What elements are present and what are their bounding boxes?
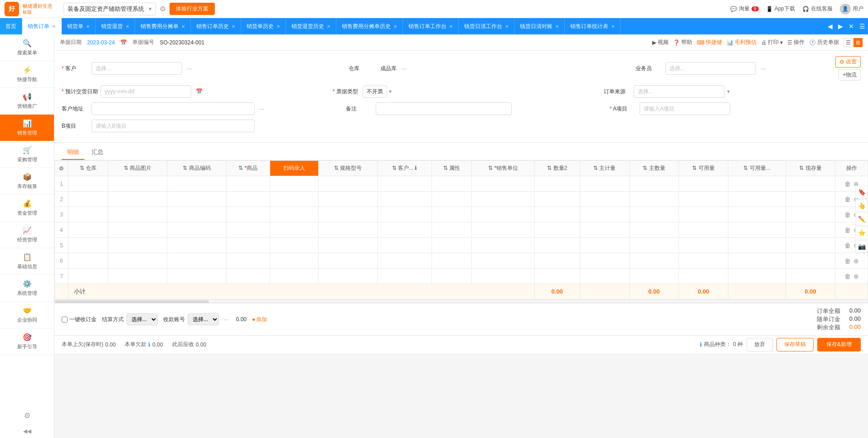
cell-sales-unit[interactable] xyxy=(472,207,534,222)
cell-spec[interactable] xyxy=(318,207,377,222)
tab-close-icon[interactable]: ✕ xyxy=(611,24,615,29)
float-fingerprint-btn[interactable]: 👆 xyxy=(855,199,868,212)
discard-btn[interactable]: 放弃 xyxy=(747,338,773,351)
date-value[interactable]: 2023-03-24 xyxy=(87,39,115,46)
tab-sales-cost-split[interactable]: 销售费用分摊单 ✕ xyxy=(135,18,191,34)
sidebar-settings-btn[interactable]: ⚙ xyxy=(0,407,54,424)
cell-main-unit[interactable] xyxy=(580,238,629,253)
tab-sales-order-workbench[interactable]: 销售订单工作台 ✕ xyxy=(403,18,459,34)
cell-main-qty[interactable] xyxy=(629,253,679,269)
delete-icon[interactable]: 🗑 xyxy=(844,226,851,234)
sidebar-item-enterprise[interactable]: 🤝 企业协同 xyxy=(0,302,54,328)
cell-product-img[interactable] xyxy=(108,192,167,207)
cell-available-qty2[interactable] xyxy=(728,192,786,207)
cell-main-unit[interactable] xyxy=(580,269,629,284)
tab-next-arrow[interactable]: ▶ xyxy=(835,23,846,30)
tab-sales-return[interactable]: 销货退货 ✕ xyxy=(96,18,135,34)
tab-sales-goods-history[interactable]: 销货单历史 ✕ xyxy=(241,18,286,34)
cell-product[interactable] xyxy=(226,207,270,222)
cell-current-qty[interactable] xyxy=(786,238,835,253)
cell-product-img[interactable] xyxy=(108,269,167,284)
cell-main-unit[interactable] xyxy=(580,222,629,238)
print-btn[interactable]: 🖨 打印 ▾ xyxy=(761,39,783,46)
tab-close-icon[interactable]: ✕ xyxy=(505,24,509,29)
tab-close-icon[interactable]: ✕ xyxy=(449,24,453,29)
tab-close-icon[interactable]: ✕ xyxy=(327,24,330,29)
float-star-btn[interactable]: ⭐ xyxy=(855,226,868,239)
cell-scan[interactable] xyxy=(270,222,318,238)
cell-spec[interactable] xyxy=(318,253,377,269)
message-item[interactable]: 💬 淘量 9 xyxy=(730,5,759,13)
shortcut-btn[interactable]: ⌨ 快捷键 xyxy=(697,39,722,46)
cell-available-qty[interactable] xyxy=(679,192,728,207)
cell-sales-unit[interactable] xyxy=(472,238,534,253)
sidebar-item-inventory[interactable]: 📦 库存核算 xyxy=(0,168,54,195)
cell-customer-code[interactable] xyxy=(377,176,432,192)
warehouse-more-btn[interactable]: ··· xyxy=(399,65,408,72)
tab-home[interactable]: 首页 xyxy=(0,18,22,34)
cell-scan[interactable] xyxy=(270,192,318,207)
cell-current-qty[interactable] xyxy=(786,222,835,238)
col-settings-icon[interactable]: ⚙ xyxy=(59,165,64,172)
cell-customer-code[interactable] xyxy=(377,253,432,269)
history-btn[interactable]: 🕐 历史单据 xyxy=(809,39,839,46)
save-new-btn[interactable]: 保存&新增 xyxy=(817,338,861,351)
customer-input[interactable] xyxy=(92,62,182,75)
tab-close-icon[interactable]: ✕ xyxy=(232,24,235,29)
tab-sales-return-history[interactable]: 销货退货历史 ✕ xyxy=(286,18,336,34)
delivery-date-input[interactable] xyxy=(101,85,191,98)
cell-spec[interactable] xyxy=(318,176,377,192)
col-settings[interactable]: ⚙ xyxy=(55,161,68,176)
cell-available-qty[interactable] xyxy=(679,269,728,284)
cell-product-code[interactable] xyxy=(167,238,226,253)
cell-available-qty2[interactable] xyxy=(728,238,786,253)
system-name-selector[interactable]: 装备及固定资产辅助管理系统 ▾ xyxy=(63,3,156,15)
calendar-icon[interactable]: 📅 xyxy=(120,39,127,46)
cell-available-qty[interactable] xyxy=(679,207,728,222)
cell-product-img[interactable] xyxy=(108,207,167,222)
cell-main-qty[interactable] xyxy=(629,222,679,238)
tab-close-icon[interactable]: ✕ xyxy=(393,24,397,29)
delete-icon[interactable]: 🗑 xyxy=(844,257,851,265)
user-item[interactable]: 👤 用户 xyxy=(840,4,863,14)
cell-customer-code[interactable] xyxy=(377,207,432,222)
float-bookmark-btn[interactable]: 🔖 xyxy=(855,186,868,198)
delete-icon[interactable]: 🗑 xyxy=(844,196,851,203)
a-project-input[interactable] xyxy=(640,102,730,115)
help-btn[interactable]: ❓ 帮助 xyxy=(673,39,692,46)
tab-detail[interactable]: 明细 xyxy=(62,145,84,160)
float-edit-btn[interactable]: ✏️ xyxy=(855,213,868,226)
cell-spec[interactable] xyxy=(318,192,377,207)
cell-available-qty2[interactable] xyxy=(728,253,786,269)
cell-attributes[interactable] xyxy=(432,253,472,269)
industry-btn[interactable]: 体验行业方案 xyxy=(170,3,215,15)
online-service-item[interactable]: 🎧 在线客服 xyxy=(802,5,833,13)
cell-qty2[interactable] xyxy=(534,207,580,222)
cell-available-qty[interactable] xyxy=(679,238,728,253)
cell-customer-code[interactable] xyxy=(377,192,432,207)
delete-icon[interactable]: 🗑 xyxy=(844,273,851,280)
float-camera-btn[interactable]: 📷 xyxy=(855,240,868,253)
cell-scan[interactable] xyxy=(270,253,318,269)
salesperson-more-btn[interactable]: ··· xyxy=(759,65,768,72)
cell-product-code[interactable] xyxy=(167,176,226,192)
delete-icon[interactable]: 🗑 xyxy=(844,211,851,218)
cell-available-qty2[interactable] xyxy=(728,269,786,284)
tab-menu-icon[interactable]: ☰ xyxy=(857,23,868,30)
settings-btn[interactable]: ⚙ 设置 xyxy=(835,56,861,67)
customer-addr-input[interactable] xyxy=(92,102,255,115)
delete-icon[interactable]: 🗑 xyxy=(844,242,851,249)
cell-attributes[interactable] xyxy=(432,207,472,222)
cell-warehouse[interactable] xyxy=(68,222,108,238)
cell-main-qty[interactable] xyxy=(629,238,679,253)
one-click-checkbox[interactable] xyxy=(62,317,68,322)
info-icon[interactable]: ℹ xyxy=(415,165,417,171)
settlement-select[interactable]: 选择... xyxy=(126,313,158,325)
info-icon-owe[interactable]: ℹ xyxy=(148,342,150,348)
cell-scan[interactable] xyxy=(270,269,318,284)
grid-layout-btn[interactable]: ⊞ xyxy=(853,38,863,47)
cell-spec[interactable] xyxy=(318,269,377,284)
sidebar-item-navigation[interactable]: ⚡ 快捷导航 xyxy=(0,61,54,88)
sidebar-item-purchase[interactable]: 🛒 采购管理 xyxy=(0,141,54,168)
tab-close-icon[interactable]: ✕ xyxy=(555,24,559,29)
